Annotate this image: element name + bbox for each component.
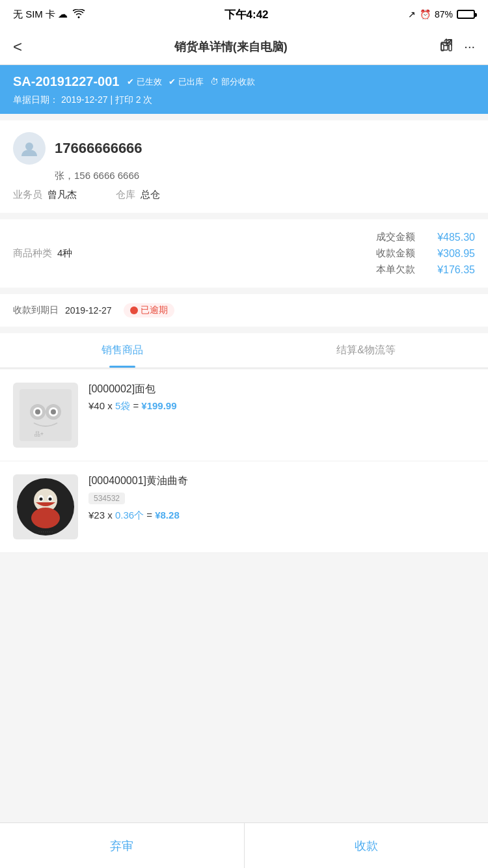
header-date-row: 单据日期： 2019-12-27 | 打印 2 次 <box>13 94 475 106</box>
tab-products[interactable]: 销售商品 <box>0 333 244 368</box>
category-count: 4种 <box>57 247 72 260</box>
battery-pct: 87% <box>435 9 453 20</box>
owed-row: 本单欠款 ¥176.35 <box>376 264 475 276</box>
svg-point-18 <box>49 498 52 501</box>
order-id: SA-20191227-001 <box>13 74 119 89</box>
product-item-cookie: · · · · · · · [000400001]黄油曲奇 534532 ¥23… <box>0 461 488 553</box>
product-price-cookie: ¥23 x 0.36个 = ¥8.28 <box>88 509 475 522</box>
back-button[interactable]: < <box>13 38 22 56</box>
page-title: 销货单详情(来自电脑) <box>174 39 288 55</box>
product-item: 品+ [0000002]面包 ¥40 x 5袋 = ¥199.99 <box>0 370 488 461</box>
overdue-text: 已逾期 <box>141 305 168 316</box>
summary-right: 成交金额 ¥485.30 收款金额 ¥308.95 本单欠款 ¥176.35 <box>376 231 475 276</box>
check-icon-2: ✔ <box>169 77 176 87</box>
nav-bar: < 销货单详情(来自电脑) ··· <box>0 29 488 65</box>
status-left: 无 SIM 卡 ☁ <box>13 8 85 21</box>
alarm-icon: ⏰ <box>420 9 431 20</box>
svg-rect-4 <box>20 389 72 441</box>
product-thumb-bread: 品+ <box>13 383 78 448</box>
sim-label: 无 SIM 卡 ☁ <box>13 8 68 21</box>
category-label: 商品种类 <box>13 247 52 260</box>
product-info-bread: [0000002]面包 ¥40 x 5袋 = ¥199.99 <box>88 383 475 413</box>
bread-qty: 5袋 <box>115 400 130 411</box>
battery-icon <box>457 10 475 19</box>
svg-text:· · · · · · ·: · · · · · · · <box>38 530 53 534</box>
svg-point-3 <box>25 142 33 150</box>
bread-price: ¥40 <box>88 400 105 411</box>
owed-label: 本单欠款 <box>376 264 415 276</box>
status-badge-effective: ✔ 已生效 <box>127 76 162 88</box>
cookie-total: ¥8.28 <box>155 509 180 521</box>
header-banner: SA-20191227-001 ✔ 已生效 ✔ 已出库 ⏱ 部分收款 单据日期：… <box>0 65 488 114</box>
received-value: ¥308.95 <box>423 248 475 260</box>
customer-meta: 业务员 曾凡杰 仓库 总仓 <box>13 189 475 201</box>
bottom-bar: 弃审 收款 <box>0 822 488 868</box>
warehouse-name: 总仓 <box>141 189 160 201</box>
product-price-bread: ¥40 x 5袋 = ¥199.99 <box>88 400 475 413</box>
status-right: ↗ ⏰ 87% <box>408 9 475 20</box>
amount-label: 成交金额 <box>376 231 415 243</box>
status-badges: ✔ 已生效 ✔ 已出库 ⏱ 部分收款 <box>127 76 255 88</box>
wifi-icon <box>73 9 85 20</box>
product-image-cookie: · · · · · · · <box>13 474 78 539</box>
product-name-cookie: [000400001]黄油曲奇 <box>88 474 475 488</box>
due-section: 收款到期日 2019-12-27 已逾期 <box>0 294 488 327</box>
location-icon: ↗ <box>408 9 416 20</box>
customer-id: 17666666666 <box>55 140 142 157</box>
due-label: 收款到期日 <box>13 305 59 316</box>
svg-point-9 <box>35 409 40 414</box>
received-label: 收款金额 <box>376 247 415 260</box>
summary-section: 商品种类 4种 成交金额 ¥485.30 收款金额 ¥308.95 本单欠款 ¥… <box>0 219 488 288</box>
warehouse-item: 仓库 总仓 <box>116 189 160 201</box>
product-image-bread: 品+ <box>13 383 78 448</box>
svg-point-14 <box>31 508 60 528</box>
customer-section: 17666666666 张，156 6666 6666 业务员 曾凡杰 仓库 总… <box>0 120 488 213</box>
owed-value: ¥176.35 <box>423 264 475 276</box>
date-value: 2019-12-27 <box>61 94 108 105</box>
nav-actions: ··· <box>439 38 475 55</box>
summary-left: 商品种类 4种 <box>13 231 72 276</box>
tab-settlement[interactable]: 结算&物流等 <box>244 333 488 368</box>
more-button[interactable]: ··· <box>464 39 475 54</box>
customer-row: 17666666666 <box>13 132 475 165</box>
svg-point-10 <box>51 409 56 414</box>
customer-name: 张，156 6666 6666 <box>13 170 475 182</box>
cookie-price: ¥23 <box>88 509 105 521</box>
products-section: 品+ [0000002]面包 ¥40 x 5袋 = ¥199.99 <box>0 370 488 553</box>
bread-total: ¥199.99 <box>141 400 176 411</box>
status-badge-shipped: ✔ 已出库 <box>169 76 204 88</box>
amount-value: ¥485.30 <box>423 232 475 243</box>
print-info: | 打印 2 次 <box>110 94 152 105</box>
sales-item: 业务员 曾凡杰 <box>13 189 77 201</box>
product-thumb-cookie: · · · · · · · <box>13 474 78 539</box>
collect-payment-button[interactable]: 收款 <box>245 823 489 868</box>
overdue-badge: 已逾期 <box>124 303 174 318</box>
tabs-section: 销售商品 结算&物流等 <box>0 333 488 368</box>
status-time: 下午4:42 <box>224 7 269 22</box>
amount-row: 成交金额 ¥485.30 <box>376 231 475 243</box>
header-row1: SA-20191227-001 ✔ 已生效 ✔ 已出库 ⏱ 部分收款 <box>13 74 475 89</box>
share-button[interactable] <box>439 38 454 55</box>
cancel-audit-button[interactable]: 弃审 <box>0 823 245 868</box>
svg-text:品+: 品+ <box>34 431 44 437</box>
warehouse-label: 仓库 <box>116 189 135 201</box>
due-date: 2019-12-27 <box>65 305 112 316</box>
check-icon: ✔ <box>127 77 134 87</box>
cookie-qty: 0.36个 <box>115 509 144 521</box>
clock-icon: ⏱ <box>210 77 219 87</box>
product-tag-cookie: 534532 <box>88 493 125 504</box>
product-name-bread: [0000002]面包 <box>88 383 475 396</box>
svg-point-17 <box>40 498 43 501</box>
overdue-dot-icon <box>130 306 138 314</box>
received-row: 收款金额 ¥308.95 <box>376 247 475 260</box>
avatar <box>13 132 46 165</box>
status-badge-partial: ⏱ 部分收款 <box>210 76 255 88</box>
product-info-cookie: [000400001]黄油曲奇 534532 ¥23 x 0.36个 = ¥8.… <box>88 474 475 522</box>
sales-label: 业务员 <box>13 189 42 201</box>
status-bar: 无 SIM 卡 ☁ 下午4:42 ↗ ⏰ 87% <box>0 0 488 29</box>
date-label: 单据日期： <box>13 94 59 105</box>
sales-name: 曾凡杰 <box>47 189 77 201</box>
